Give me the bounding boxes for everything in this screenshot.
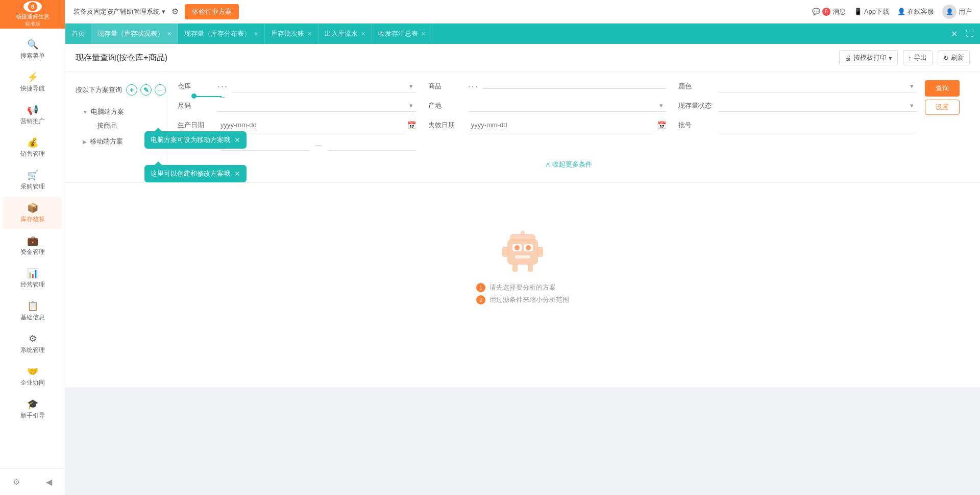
- gear-icon: ⚙: [29, 333, 37, 344]
- page-actions: 🖨 按模板打印 ▾ ↑ 导出 ↻ 刷新: [839, 50, 970, 65]
- color-select[interactable]: ▾: [718, 80, 917, 92]
- warehouse-select[interactable]: ▾: [232, 80, 416, 92]
- tab-inventory-status[interactable]: 现存量（库存状况表） ✕: [91, 23, 178, 44]
- expiry-date-start-input[interactable]: [468, 119, 656, 131]
- tab-collect-summary[interactable]: 收发存汇总表 ✕: [372, 23, 432, 44]
- sidebar-item-basic-info[interactable]: 📋 基础信息: [3, 295, 62, 327]
- desktop-scheme-item[interactable]: ▼ 电脑端方案: [76, 105, 167, 119]
- stock-main-to-input[interactable]: [328, 138, 416, 151]
- color-label: 颜色: [678, 82, 714, 91]
- scheme-tip-close-btn[interactable]: ✕: [234, 136, 240, 144]
- app-download-btn[interactable]: 📱 App下载: [854, 7, 889, 16]
- collapse-filter-btn[interactable]: ∧ 收起更多条件: [178, 155, 960, 174]
- size-select[interactable]: ▾: [217, 100, 416, 112]
- filter-row-3: 生产日期 📅 失效日期 �: [178, 119, 917, 131]
- filter-fields: 仓库 ··· ▾ 商品 ···: [178, 80, 917, 155]
- sidebar: 6 畅捷通好生意 标准版 🔍 搜索菜单 ⚡ 快捷导航 📢 营销推广 💰 销售管理…: [0, 0, 65, 495]
- sidebar-item-guide[interactable]: 🎓 新手引导: [3, 393, 62, 425]
- export-btn[interactable]: ↑ 导出: [903, 50, 933, 65]
- tab-close-inventory-flow[interactable]: ✕: [361, 31, 365, 37]
- edit-tip-close-btn[interactable]: ✕: [234, 170, 240, 178]
- export-label: 导出: [914, 53, 927, 62]
- tab-home[interactable]: 首页: [65, 23, 91, 44]
- back-scheme-btn[interactable]: ←: [155, 84, 166, 96]
- svg-text:6: 6: [31, 4, 34, 10]
- sidebar-item-marketing[interactable]: 📢 营销推广: [3, 99, 62, 131]
- sidebar-item-label: 销售管理: [20, 150, 45, 158]
- tab-close-all-btn[interactable]: ✕: [949, 27, 960, 41]
- edit-scheme-btn[interactable]: ✎: [140, 84, 152, 96]
- product-select[interactable]: [483, 84, 667, 89]
- filter-title: 按以下方案查询: [76, 85, 122, 95]
- empty-illustration: [497, 224, 548, 275]
- collapse-sidebar-btn[interactable]: ◀: [42, 475, 56, 489]
- sidebar-item-operations[interactable]: 📊 经营管理: [3, 263, 62, 294]
- refresh-label: 刷新: [951, 53, 964, 62]
- lightning-icon: ⚡: [27, 72, 38, 83]
- calendar-icon[interactable]: 📅: [407, 121, 416, 129]
- filter-color-field: 颜色 ▾: [678, 80, 917, 92]
- user-avatar-btn[interactable]: 👤 用户: [942, 5, 972, 19]
- tree-expand-arrow: ▶: [83, 139, 87, 145]
- origin-label: 产地: [428, 101, 464, 110]
- product-dots-icon: ···: [468, 81, 479, 92]
- message-btn[interactable]: 💬 6 消息: [812, 7, 846, 16]
- settings-gear-btn[interactable]: ⚙: [172, 7, 179, 16]
- sidebar-item-search[interactable]: 🔍 搜索菜单: [3, 34, 62, 65]
- online-service-btn[interactable]: 👤 在线客服: [897, 7, 934, 16]
- message-badge: 6: [822, 8, 830, 16]
- stock-status-select[interactable]: ▾: [718, 100, 917, 112]
- tab-close-inventory-batch[interactable]: ✕: [307, 31, 312, 37]
- connector-line: [196, 96, 222, 97]
- sidebar-item-enterprise[interactable]: 🤝 企业协同: [3, 361, 62, 392]
- tab-close-collect-summary[interactable]: ✕: [421, 31, 426, 37]
- sidebar-item-inventory[interactable]: 📦 库存核算: [3, 197, 62, 229]
- system-name-selector[interactable]: 装备及固定资产辅助管理系统 ▾: [74, 7, 165, 16]
- tab-close-inventory-dist[interactable]: ✕: [254, 31, 258, 37]
- sidebar-item-sales[interactable]: 💰 销售管理: [3, 132, 62, 163]
- header-right: 💬 6 消息 📱 App下载 👤 在线客服 👤 用户: [812, 5, 972, 19]
- tab-fullscreen-btn[interactable]: ⛶: [964, 27, 976, 40]
- cart-icon: 🛒: [27, 170, 38, 181]
- origin-dropdown-icon: ▾: [659, 102, 663, 109]
- edit-tip-popover: 这里可以创建和修改方案哦 ✕: [144, 165, 247, 182]
- batch-input[interactable]: [718, 119, 917, 131]
- user-label: 用户: [959, 7, 972, 16]
- tab-inventory-batch[interactable]: 库存批次账 ✕: [265, 23, 318, 44]
- tab-inventory-flow-label: 出入库流水: [325, 29, 358, 38]
- app-name: 畅捷通好生意: [16, 13, 50, 20]
- tab-bar: 首页 现存量（库存状况表） ✕ 现存量（库存分布表） ✕ 库存批次账 ✕ 出入库…: [65, 23, 980, 44]
- sidebar-item-label: 库存核算: [20, 215, 45, 224]
- refresh-btn[interactable]: ↻ 刷新: [938, 50, 970, 65]
- megaphone-icon: 📢: [27, 104, 38, 115]
- search-btn[interactable]: 查询: [925, 80, 960, 97]
- refresh-icon: ↻: [943, 54, 949, 62]
- reset-btn[interactable]: 设置: [925, 100, 960, 115]
- tab-inventory-dist[interactable]: 现存量（库存分布表） ✕: [178, 23, 265, 44]
- header-left: 装备及固定资产辅助管理系统 ▾ ⚙ 体验行业方案: [74, 4, 239, 19]
- dropdown-arrow-icon: ▾: [162, 8, 165, 15]
- tab-inventory-flow[interactable]: 出入库流水 ✕: [318, 23, 372, 44]
- edit-tip-text: 这里可以创建和修改方案哦: [151, 169, 230, 178]
- avatar-placeholder: 👤: [946, 8, 953, 15]
- sidebar-item-purchase[interactable]: 🛒 采购管理: [3, 164, 62, 196]
- filter-size-field: 尺码 ▾: [178, 100, 416, 112]
- print-icon: 🖨: [845, 54, 851, 62]
- sub-item-label: 按商品: [97, 121, 117, 130]
- tab-close-inventory-status[interactable]: ✕: [167, 31, 172, 37]
- svg-rect-2: [507, 239, 538, 265]
- sidebar-item-system[interactable]: ⚙ 系统管理: [3, 328, 62, 360]
- settings-bottom-btn[interactable]: ⚙: [9, 475, 24, 489]
- app-logo: 6 畅捷通好生意 标准版: [0, 0, 65, 29]
- produce-date-start-input[interactable]: [217, 119, 405, 131]
- mobile-icon: 📱: [854, 8, 862, 15]
- template-print-btn[interactable]: 🖨 按模板打印 ▾: [839, 50, 898, 65]
- industry-solution-btn[interactable]: 体验行业方案: [185, 4, 239, 19]
- app-badge: 标准版: [25, 20, 40, 28]
- sidebar-item-finance[interactable]: 💼 资金管理: [3, 230, 62, 262]
- sidebar-item-label: 企业协同: [20, 379, 45, 387]
- origin-select[interactable]: ▾: [468, 100, 667, 112]
- sidebar-item-quick-nav[interactable]: ⚡ 快捷导航: [3, 66, 62, 98]
- add-scheme-btn[interactable]: +: [126, 84, 137, 96]
- expiry-calendar-icon[interactable]: 📅: [657, 121, 666, 129]
